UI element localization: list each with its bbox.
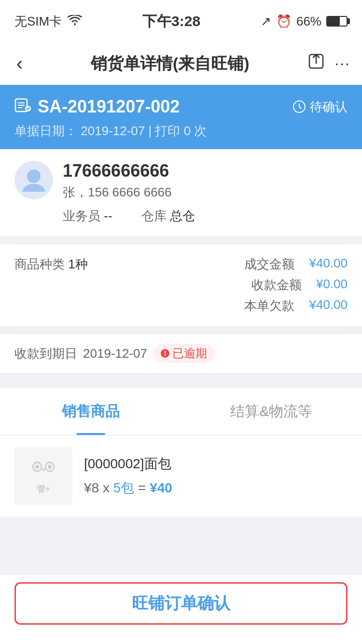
status-left: 无SIM卡 (14, 13, 82, 30)
order-id-row: SA-20191207-002 待确认 (14, 97, 348, 117)
page-title: 销货单详情(来自旺铺) (32, 53, 307, 75)
tab-sales-goods[interactable]: 销售商品 (0, 388, 181, 435)
more-button[interactable]: ··· (334, 55, 350, 72)
status-right: ↗ ⏰ 66% (261, 14, 348, 29)
share-button[interactable] (307, 53, 325, 74)
amount-details: 成交金额 ¥40.00 收款金额 ¥0.00 本单欠款 ¥40.00 (244, 256, 348, 314)
avatar (14, 161, 53, 199)
payment-amount-row: 收款金额 ¥0.00 (251, 277, 348, 294)
product-details: [0000002]面包 ¥8 x 5包 = ¥40 (84, 455, 348, 497)
battery-icon (326, 16, 348, 27)
goods-info: 商品种类 1种 (14, 256, 88, 273)
battery-percent: 66% (296, 14, 321, 29)
salesperson-item: 业务员 -- (63, 208, 112, 224)
tabs-section: 销售商品 结算&物流等 (0, 388, 362, 517)
due-date-section: 收款到期日 2019-12-07 ! 已逾期 (0, 334, 362, 373)
time-display: 下午3:28 (142, 12, 200, 31)
warehouse-item: 仓库 总仓 (141, 208, 195, 224)
bottom-action-bar: 旺铺订单确认 (0, 574, 362, 644)
overdue-icon: ! (161, 349, 169, 358)
product-formula: ¥8 x 5包 = ¥40 (84, 479, 348, 497)
nav-actions: ··· (307, 53, 350, 74)
customer-phone: 17666666666 (63, 161, 348, 181)
location-icon: ↗ (261, 14, 271, 29)
product-list: 管+ [0000002]面包 ¥8 x 5包 = ¥40 (0, 435, 362, 517)
customer-info: 17666666666 张，156 6666 6666 业务员 -- 仓库 总仓 (63, 161, 348, 224)
product-item: 管+ [0000002]面包 ¥8 x 5包 = ¥40 (0, 435, 362, 517)
order-header-card: SA-20191207-002 待确认 单据日期： 2019-12-07 | 打… (0, 85, 362, 149)
product-image: 管+ (14, 447, 72, 505)
order-date-row: 单据日期： 2019-12-07 | 打印 0 次 (14, 123, 348, 140)
svg-point-4 (27, 169, 41, 183)
overdue-badge: ! 已逾期 (153, 344, 215, 363)
customer-section: 17666666666 张，156 6666 6666 业务员 -- 仓库 总仓 (0, 149, 362, 236)
amount-section: 商品种类 1种 成交金额 ¥40.00 收款金额 ¥0.00 本单欠款 ¥40.… (0, 244, 362, 326)
product-name: [0000002]面包 (84, 455, 348, 473)
svg-point-8 (48, 465, 52, 469)
wifi-icon (68, 14, 82, 29)
tab-settlement[interactable]: 结算&物流等 (181, 388, 362, 435)
carrier-text: 无SIM卡 (14, 13, 62, 30)
alarm-icon: ⏰ (276, 14, 292, 29)
order-status: 待确认 (292, 98, 348, 115)
nav-bar: ‹ 销货单详情(来自旺铺) ··· (0, 42, 362, 85)
back-button[interactable]: ‹ (12, 48, 28, 79)
order-doc-icon (14, 97, 32, 117)
deal-amount-row: 成交金额 ¥40.00 (244, 256, 348, 273)
section-divider (0, 380, 362, 388)
customer-name: 张，156 6666 6666 (63, 184, 348, 201)
product-logo-text: 管+ (37, 483, 51, 495)
product-logo: 管+ (27, 457, 60, 495)
confirm-order-button[interactable]: 旺铺订单确认 (14, 582, 348, 625)
customer-meta: 业务员 -- 仓库 总仓 (63, 208, 348, 224)
svg-point-7 (35, 465, 39, 469)
due-amount-row: 本单欠款 ¥40.00 (244, 297, 348, 314)
order-id: SA-20191207-002 (14, 97, 180, 117)
status-bar: 无SIM卡 下午3:28 ↗ ⏰ 66% (0, 0, 362, 42)
tabs-row: 销售商品 结算&物流等 (0, 388, 362, 435)
